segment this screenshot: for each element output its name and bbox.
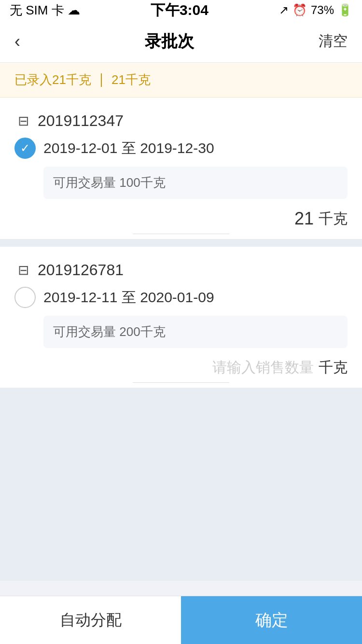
batch-unit-2: 千克 [319,358,348,378]
batch-number-1: 2019112347 [38,112,124,130]
batch-trade-box-1: 可用交易量 100千克 [43,167,348,199]
battery-indicator: 73% [311,3,334,17]
batch-unit-1: 千克 [319,209,348,229]
batch-icon-2: ⊟ [14,263,32,278]
section-divider [0,239,362,247]
clear-button[interactable]: 清空 [319,31,348,51]
recorded-amount-label: 已录入21千克 [14,71,91,88]
banner-divider [101,73,102,87]
page-title: 录批次 [145,30,194,53]
batch-header-1: ⊟ 2019112347 [14,112,348,130]
batch-qty-row-1: 千克 [14,199,348,229]
batch-date-1: 2019-12-01 至 2019-12-30 [43,139,214,158]
status-left: 无 SIM 卡 ☁ [10,2,80,19]
info-banner: 已录入21千克 21千克 [0,63,362,98]
auto-distribute-button[interactable]: 自动分配 [0,596,181,644]
nav-bar: ‹ 录批次 清空 [0,20,362,63]
radio-button-2[interactable] [14,287,36,308]
status-bar: 无 SIM 卡 ☁ 下午3:04 ↗ ⏰ 73% 🔋 [0,0,362,20]
batch-qty-input-1[interactable] [275,209,314,229]
batch-qty-row-2: 请输入销售数量 千克 [14,348,348,378]
confirm-button[interactable]: 确定 [181,596,362,644]
location-icon: ↗ [279,3,289,17]
batch-header-2: ⊟ 2019126781 [14,261,348,279]
batch-date-row-2[interactable]: 2019-12-11 至 2020-01-09 [14,287,348,308]
qty-divider-2 [133,382,229,383]
footer: 自动分配 确定 [0,596,362,644]
no-sim-label: 无 SIM 卡 ☁ [10,2,80,19]
batch-trade-text-1: 可用交易量 100千克 [53,175,166,190]
batch-card-1: ⊟ 2019112347 ✓ 2019-12-01 至 2019-12-30 可… [0,98,362,239]
status-time: 下午3:04 [151,0,209,20]
batch-trade-text-2: 可用交易量 200千克 [53,324,166,339]
alarm-icon: ⏰ [292,3,307,17]
radio-button-1[interactable]: ✓ [14,138,36,159]
battery-icon: 🔋 [338,3,352,17]
batch-card-2: ⊟ 2019126781 2019-12-11 至 2020-01-09 可用交… [0,247,362,388]
batch-qty-placeholder-2: 请输入销售数量 [212,358,314,378]
status-right: ↗ ⏰ 73% 🔋 [279,3,352,17]
batch-icon-1: ⊟ [14,114,32,128]
batch-number-2: 2019126781 [38,261,124,279]
batch-date-row-1[interactable]: ✓ 2019-12-01 至 2019-12-30 [14,138,348,159]
recorded-amount-value: 21千克 [111,71,151,88]
bottom-empty-area [0,388,362,581]
qty-divider-1 [133,234,229,234]
batch-trade-box-2: 可用交易量 200千克 [43,316,348,348]
back-button[interactable]: ‹ [14,31,20,52]
check-icon-1: ✓ [20,141,30,155]
batch-date-2: 2019-12-11 至 2020-01-09 [43,288,214,308]
